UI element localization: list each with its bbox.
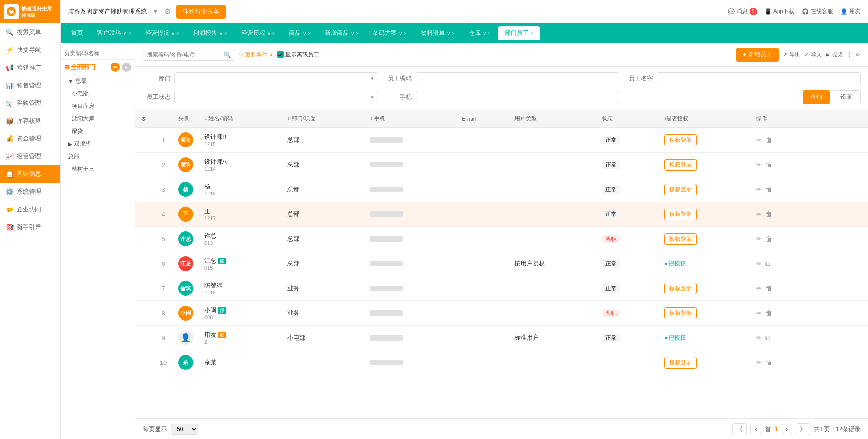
- tab-close[interactable]: ×: [128, 31, 131, 36]
- tab-close[interactable]: ×: [308, 31, 311, 36]
- edit-btn[interactable]: ✏: [756, 210, 762, 218]
- tab-department[interactable]: 部门员工 ×: [498, 26, 540, 40]
- app-download-action[interactable]: 📱 App下载: [764, 7, 794, 15]
- tree-node-shenyang[interactable]: 沈阳大库: [61, 112, 135, 125]
- sidebar-item-collaboration[interactable]: 🤝 企业协同: [0, 201, 60, 218]
- delete-btn[interactable]: 🗑: [765, 285, 772, 292]
- sidebar-item-guide[interactable]: 🎯 新手引导: [0, 218, 60, 236]
- col-setting[interactable]: ⚙: [135, 110, 154, 128]
- delete-btn[interactable]: 🗑: [765, 161, 772, 168]
- sidebar-item-finance[interactable]: 💰 资金管理: [0, 130, 60, 147]
- tab-customer[interactable]: 客户联络 ∨ ×: [90, 26, 138, 40]
- copy-btn[interactable]: ⧉: [765, 334, 770, 342]
- tab-add-goods[interactable]: 新增商品 ∨ ×: [318, 26, 365, 40]
- video-btn[interactable]: ▶ 视频: [826, 51, 843, 59]
- tab-home[interactable]: 首页: [64, 26, 90, 40]
- filter-more-btn[interactable]: ▽ 更多条件 ∧: [239, 51, 273, 59]
- tab-close[interactable]: ×: [272, 31, 275, 36]
- more-action-btn[interactable]: ⋮: [847, 51, 852, 58]
- auth-login-btn[interactable]: 授权登录: [664, 233, 697, 245]
- per-page-select[interactable]: 20 50 100: [171, 424, 198, 435]
- edit-btn[interactable]: ✏: [756, 359, 762, 366]
- trial-btn[interactable]: 体验行业方案: [176, 5, 226, 19]
- sidebar-item-inventory[interactable]: 📦 库存核算: [0, 112, 60, 130]
- message-action[interactable]: 💬 消息 5: [728, 7, 757, 15]
- tree-node-shuanghu[interactable]: ▶ 双虎想: [61, 138, 135, 150]
- sidebar-item-quick-nav[interactable]: ⚡ 快捷导航: [0, 41, 60, 59]
- dropdown-arrow[interactable]: ▼: [153, 8, 159, 15]
- tab-goods[interactable]: 商品 ∨ ×: [282, 26, 317, 40]
- auth-login-btn[interactable]: 授权登录: [664, 184, 697, 195]
- status-select[interactable]: [174, 91, 378, 103]
- col-dept[interactable]: ↕ 部门/职位: [282, 110, 365, 128]
- import-btn[interactable]: ↙ 导入: [804, 51, 822, 59]
- tree-node-small-elec[interactable]: 小电部: [61, 87, 135, 100]
- tab-bom[interactable]: 物料清单 ∨ ×: [414, 26, 461, 40]
- auth-login-btn[interactable]: 授权登录: [664, 209, 697, 220]
- tab-barcode[interactable]: 条码方案 ∨ ×: [366, 26, 413, 40]
- auth-login-btn[interactable]: 授权登录: [664, 357, 697, 369]
- tree-add-btn[interactable]: ✏: [111, 63, 120, 72]
- last-page-btn[interactable]: 》: [796, 423, 810, 435]
- delete-btn[interactable]: 🗑: [765, 210, 772, 218]
- tab-close[interactable]: ×: [356, 31, 359, 36]
- tab-close[interactable]: ×: [452, 31, 455, 36]
- first-page-btn[interactable]: 《: [732, 423, 747, 435]
- customer-service-action[interactable]: 🎧 在线客服: [802, 7, 833, 15]
- copy-btn[interactable]: ⧉: [765, 260, 770, 268]
- query-btn[interactable]: 查询: [803, 90, 830, 104]
- search-input[interactable]: [147, 51, 222, 58]
- col-name[interactable]: ↕ 姓名/编码: [199, 110, 282, 128]
- edit-btn[interactable]: ✏: [756, 334, 762, 342]
- col-phone[interactable]: ↕ 手机: [364, 110, 456, 128]
- auth-login-btn[interactable]: 授权登录: [664, 159, 697, 171]
- tree-collapse-btn[interactable]: «: [122, 63, 131, 72]
- sidebar-item-basic-info[interactable]: 📋 基础信息: [0, 165, 60, 183]
- tree-node-plant-king[interactable]: 植树王三: [61, 163, 135, 175]
- edit-btn[interactable]: ✏: [756, 161, 762, 168]
- edit-btn[interactable]: ✏: [756, 285, 762, 292]
- delete-btn[interactable]: 🗑: [765, 186, 772, 193]
- edit-btn[interactable]: ✏: [756, 309, 762, 317]
- delete-btn[interactable]: 🗑: [765, 309, 772, 317]
- tab-close[interactable]: ×: [224, 31, 227, 36]
- tab-close[interactable]: ×: [176, 31, 179, 36]
- tree-node-hq2[interactable]: 总部: [61, 150, 135, 163]
- sidebar-item-system[interactable]: ⚙️ 系统管理: [0, 183, 60, 201]
- tab-warehouse[interactable]: 仓库 ∨ ×: [462, 26, 497, 40]
- tree-node-headquarters[interactable]: ▼ 总部: [61, 75, 135, 87]
- tab-close[interactable]: ×: [404, 31, 407, 36]
- next-page-btn[interactable]: ›: [782, 424, 792, 434]
- delete-btn[interactable]: 🗑: [765, 359, 772, 366]
- auth-login-btn[interactable]: 授权登录: [664, 307, 697, 319]
- edit-action-btn[interactable]: ✏: [856, 51, 861, 58]
- user-action[interactable]: 👤 用友: [840, 7, 861, 15]
- add-employee-btn[interactable]: + 新增员工: [736, 48, 779, 62]
- tree-node-distribution[interactable]: 配货: [61, 125, 135, 138]
- delete-btn[interactable]: 🗑: [765, 235, 772, 243]
- name-input[interactable]: [657, 72, 861, 84]
- tree-search-input[interactable]: [64, 50, 134, 56]
- gear-settings-icon[interactable]: ⚙: [164, 7, 171, 16]
- edit-btn[interactable]: ✏: [756, 136, 762, 144]
- edit-btn[interactable]: ✏: [756, 235, 762, 243]
- delete-btn[interactable]: 🗑: [765, 136, 772, 144]
- tab-profit[interactable]: 利润报告 ∨ ×: [187, 26, 234, 40]
- sidebar-item-sales[interactable]: 📊 销售管理: [0, 77, 60, 94]
- dept-select[interactable]: [174, 72, 378, 84]
- code-input[interactable]: [416, 72, 619, 84]
- phone-input[interactable]: [416, 91, 619, 103]
- tab-history[interactable]: 经营历程 ∨ ×: [235, 26, 282, 40]
- tab-close[interactable]: ×: [488, 31, 491, 36]
- sidebar-item-purchase[interactable]: 🛒 采购管理: [0, 94, 60, 112]
- sidebar-item-search[interactable]: 🔍 搜索菜单: [0, 23, 60, 41]
- sidebar-item-marketing[interactable]: 📢 营销推广: [0, 59, 60, 77]
- resigned-checkbox-input[interactable]: [277, 51, 284, 58]
- edit-btn[interactable]: ✏: [756, 260, 762, 268]
- show-resigned-checkbox[interactable]: 显示离职员工: [277, 51, 319, 59]
- tree-node-project-warehouse[interactable]: 项目库房: [61, 100, 135, 112]
- auth-login-btn[interactable]: 授权登录: [664, 283, 697, 294]
- prev-page-btn[interactable]: ‹: [750, 424, 761, 434]
- reset-btn[interactable]: 设置: [833, 90, 861, 104]
- auth-login-btn[interactable]: 授权登录: [664, 134, 697, 146]
